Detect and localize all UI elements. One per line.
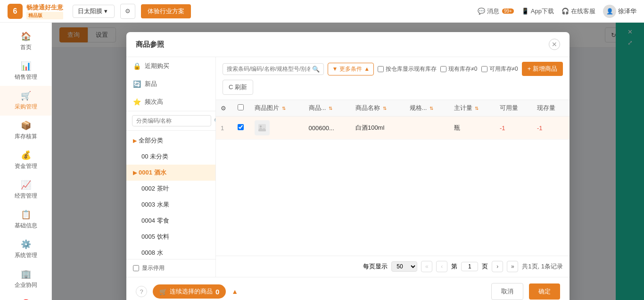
category-item-0005[interactable]: 0005 饮料 bbox=[126, 229, 215, 245]
per-page-select[interactable]: 50 10 20 100 bbox=[391, 261, 417, 272]
left-tab-new[interactable]: 🔄 新品 bbox=[126, 75, 215, 93]
basic-icon: 📋 bbox=[21, 209, 31, 220]
product-table-container: ⚙ 商品图片 ⇅ bbox=[216, 100, 570, 256]
logo-area: 6 畅捷通好生意 精品版 bbox=[8, 3, 63, 19]
category-search-icon[interactable]: 🔍 bbox=[214, 117, 216, 125]
category-item-0004[interactable]: 0004 零食 bbox=[126, 213, 215, 229]
left-panel: 🔒 近期购买 🔄 新品 ⭐ 频次高 bbox=[126, 57, 216, 277]
row-checkbox-0[interactable] bbox=[233, 117, 250, 140]
refresh-button[interactable]: C 刷新 bbox=[223, 80, 253, 95]
sidebar-item-finance[interactable]: 💰 资金管理 bbox=[0, 145, 51, 175]
sort-icon-code: ⇅ bbox=[329, 106, 332, 111]
sidebar-label-operation: 经营管理 bbox=[15, 192, 37, 200]
row-name-0: 白酒100ml bbox=[351, 117, 405, 140]
sidebar-label-basic: 基础信息 bbox=[15, 222, 37, 230]
left-tab-recent[interactable]: 🔒 近期购买 bbox=[126, 57, 215, 75]
trial-button[interactable]: 体验行业方案 bbox=[141, 4, 191, 18]
last-page-button[interactable]: » bbox=[507, 261, 518, 272]
sidebar-label-inventory: 库存核算 bbox=[15, 133, 37, 141]
sidebar-item-guide[interactable]: 🎯 新手引导 bbox=[0, 294, 51, 300]
category-item-0001[interactable]: ▶0001 酒水 bbox=[126, 165, 215, 181]
avatar: 👤 bbox=[603, 5, 616, 18]
sort-icon-name: ⇅ bbox=[383, 106, 387, 111]
pagination: 每页显示 50 10 20 100 « ‹ 第 页 bbox=[216, 256, 570, 277]
sidebar-label-finance: 资金管理 bbox=[15, 162, 37, 170]
online-service-item[interactable]: 🎧 在线客服 bbox=[561, 7, 595, 16]
select-all-checkbox[interactable] bbox=[238, 104, 244, 110]
message-icon: 💬 bbox=[478, 8, 485, 15]
left-tabs: 🔒 近期购买 🔄 新品 ⭐ 频次高 bbox=[126, 57, 215, 111]
category-item-0002[interactable]: 0002 茶叶 bbox=[126, 181, 215, 197]
sidebar-item-inventory[interactable]: 📦 库存核算 bbox=[0, 116, 51, 145]
first-page-button[interactable]: « bbox=[421, 261, 432, 272]
col-unit[interactable]: 主计量 ⇅ bbox=[449, 100, 495, 117]
col-spec[interactable]: 规格... ⇅ bbox=[405, 100, 449, 117]
category-item-0003[interactable]: 0003 水果 bbox=[126, 197, 215, 213]
inventory-icon: 📦 bbox=[21, 120, 31, 131]
page-number-input[interactable] bbox=[461, 262, 478, 271]
category-search-input[interactable] bbox=[132, 115, 211, 126]
col-checkbox[interactable] bbox=[233, 100, 250, 117]
collapse-panel-button[interactable]: 《 bbox=[215, 140, 216, 158]
available-not-zero-checkbox-group[interactable]: 可用库存≠0 bbox=[481, 65, 518, 73]
add-product-button[interactable]: + 新增商品 bbox=[522, 62, 563, 76]
enterprise-icon: 🏢 bbox=[21, 269, 31, 279]
next-page-button[interactable]: › bbox=[492, 261, 503, 272]
modal-footer: ? 🛒 连续选择的商品 0 ▲ 取消 确定 bbox=[126, 277, 570, 300]
message-item[interactable]: 💬 消息 99+ bbox=[478, 7, 514, 16]
confirm-button[interactable]: 确定 bbox=[529, 283, 560, 300]
table-row[interactable]: 1 000600... 白酒100ml 瓶 -1 -1 bbox=[216, 117, 570, 140]
user-avatar-area[interactable]: 👤 徐泽华 bbox=[603, 5, 636, 18]
filter-button[interactable]: ▼ 更多条件 ▲ bbox=[328, 63, 374, 75]
col-code-label: 商品... bbox=[309, 104, 326, 111]
sidebar-item-enterprise[interactable]: 🏢 企业协同 bbox=[0, 264, 51, 294]
help-button[interactable]: ? bbox=[136, 286, 147, 297]
col-code[interactable]: 商品... ⇅ bbox=[304, 100, 351, 117]
categories-list: ▶全部分类00 未分类▶0001 酒水0002 茶叶0003 水果0004 零食… bbox=[126, 131, 215, 259]
footer-collapse-button[interactable]: ▲ bbox=[231, 288, 238, 295]
cart-button[interactable]: 🛒 连续选择的商品 0 bbox=[153, 284, 226, 299]
modal-close-button[interactable]: ✕ bbox=[549, 39, 560, 50]
sidebar-item-sales[interactable]: 📊 销售管理 bbox=[0, 56, 51, 86]
sidebar-item-purchase[interactable]: 🛒 采购管理 bbox=[0, 86, 51, 116]
category-item-all[interactable]: ▶全部分类 bbox=[126, 133, 215, 149]
show-disabled-checkbox[interactable] bbox=[133, 265, 139, 271]
product-search-bar: 🔍 bbox=[223, 63, 324, 75]
stock-not-zero-checkbox[interactable] bbox=[440, 66, 446, 72]
left-tab-frequent[interactable]: ⭐ 频次高 bbox=[126, 93, 215, 111]
category-search-box: 🔍 bbox=[126, 111, 215, 131]
table-header-row: ⚙ 商品图片 ⇅ bbox=[216, 100, 570, 117]
category-item-00[interactable]: 00 未分类 bbox=[126, 149, 215, 165]
col-available: 可用量 bbox=[495, 100, 532, 117]
gear-button[interactable]: ⚙ bbox=[120, 4, 135, 19]
left-footer: 显示停用 bbox=[126, 259, 215, 277]
app-download-item[interactable]: 📱 App下载 bbox=[521, 7, 554, 16]
gear-icon: ⚙ bbox=[125, 8, 131, 15]
mobile-icon: 📱 bbox=[521, 8, 529, 15]
by-warehouse-checkbox[interactable] bbox=[378, 66, 384, 72]
stock-not-zero-checkbox-group[interactable]: 现有库存≠0 bbox=[440, 65, 477, 73]
chevron-down-icon: ▾ bbox=[104, 8, 107, 15]
product-search-input[interactable] bbox=[227, 66, 310, 72]
available-not-zero-checkbox[interactable] bbox=[481, 66, 487, 72]
sort-icon-unit: ⇅ bbox=[475, 106, 479, 111]
category-item-0008[interactable]: 0008 水 bbox=[126, 245, 215, 259]
sidebar-item-home[interactable]: 🏠 首页 bbox=[0, 26, 51, 56]
prev-page-button[interactable]: ‹ bbox=[436, 261, 447, 272]
sidebar-item-operation[interactable]: 📈 经营管理 bbox=[0, 175, 51, 205]
sidebar-item-system[interactable]: ⚙️ 系统管理 bbox=[0, 234, 51, 264]
col-image[interactable]: 商品图片 ⇅ bbox=[250, 100, 304, 117]
col-name[interactable]: 商品名称 ⇅ bbox=[351, 100, 405, 117]
by-warehouse-checkbox-group[interactable]: 按仓库显示现有库存 bbox=[378, 65, 437, 73]
sidebar-label-purchase: 采购管理 bbox=[15, 103, 37, 111]
store-dropdown[interactable]: 日太阳膜 ▾ bbox=[73, 5, 115, 18]
col-settings[interactable]: ⚙ bbox=[216, 100, 233, 117]
sidebar-item-basic[interactable]: 📋 基础信息 bbox=[0, 205, 51, 234]
row-spec-0 bbox=[405, 117, 449, 140]
modal-title: 商品参照 bbox=[136, 40, 164, 49]
search-icon[interactable]: 🔍 bbox=[312, 66, 320, 73]
cancel-button[interactable]: 取消 bbox=[491, 283, 523, 300]
category-label-0005: 0005 饮料 bbox=[141, 233, 169, 241]
modal-dialog: 商品参照 ✕ 🔒 近期购买 🔄 bbox=[126, 32, 570, 300]
main-layout: 🏠 首页 📊 销售管理 🛒 采购管理 📦 库存核算 💰 资金管理 📈 经营管理 … bbox=[0, 23, 644, 300]
